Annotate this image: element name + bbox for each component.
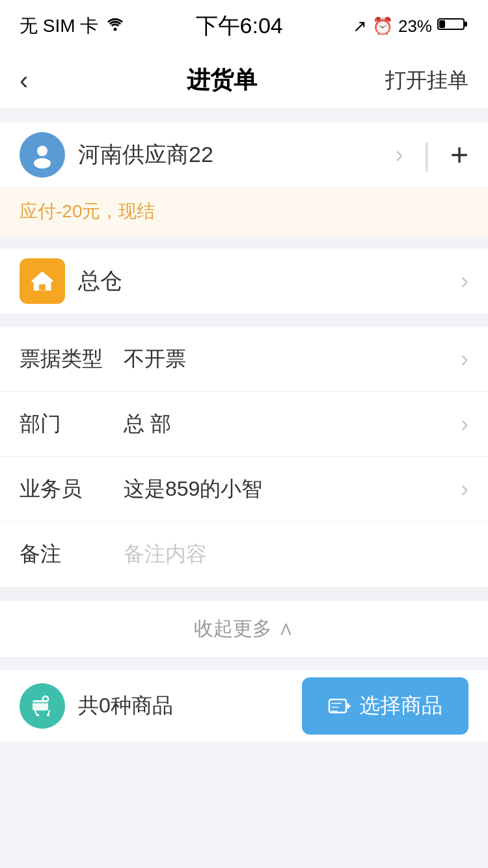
- collapse-label: 收起更多 ∧: [194, 616, 293, 642]
- sim-label: 无 SIM 卡: [20, 14, 98, 38]
- invoice-value: 不开票: [124, 345, 461, 373]
- supplier-chevron-icon: ›: [396, 141, 403, 169]
- dept-row[interactable]: 部门 总 部 ›: [0, 392, 488, 457]
- form-section: 票据类型 不开票 › 部门 总 部 › 业务员 这是859的小智 › 备注 备注…: [0, 327, 488, 587]
- page-title: 进货单: [187, 64, 257, 96]
- status-left: 无 SIM 卡: [20, 14, 126, 38]
- alarm-icon: ⏰: [372, 16, 393, 36]
- invoice-row[interactable]: 票据类型 不开票 ›: [0, 327, 488, 392]
- dept-value: 总 部: [124, 410, 461, 439]
- status-bar: 无 SIM 卡 下午6:04 ↗ ⏰ 23%: [0, 0, 488, 52]
- back-button[interactable]: ‹: [20, 66, 59, 95]
- svg-point-4: [37, 146, 47, 156]
- product-icon: [20, 683, 65, 729]
- select-product-button[interactable]: 选择商品: [302, 677, 468, 735]
- battery-label: 23%: [398, 16, 432, 36]
- location-icon: ↗: [353, 16, 367, 36]
- bottom-bar: 共0种商品 选择商品: [0, 670, 488, 742]
- svg-point-9: [47, 714, 49, 716]
- warehouse-icon: [20, 258, 65, 304]
- nav-bar: ‹ 进货单 打开挂单: [0, 52, 488, 109]
- salesperson-value: 这是859的小智: [124, 475, 461, 504]
- supplier-avatar: [20, 132, 65, 178]
- warehouse-name: 总仓: [78, 266, 461, 296]
- vertical-divider: |: [423, 137, 431, 172]
- dept-chevron-icon: ›: [461, 411, 468, 438]
- warehouse-chevron-icon: ›: [461, 267, 468, 295]
- svg-point-8: [36, 714, 39, 716]
- warehouse-section[interactable]: 总仓 ›: [0, 249, 488, 314]
- salesperson-chevron-icon: ›: [461, 476, 468, 503]
- status-time: 下午6:04: [196, 11, 283, 41]
- dept-label: 部门: [20, 410, 124, 439]
- supplier-section: 河南供应商22 › | +: [0, 122, 488, 187]
- salesperson-label: 业务员: [20, 475, 124, 504]
- svg-rect-10: [329, 699, 346, 712]
- collapse-row[interactable]: 收起更多 ∧: [0, 600, 488, 657]
- salesperson-row[interactable]: 业务员 这是859的小智 ›: [0, 457, 488, 522]
- battery-icon: [437, 16, 468, 36]
- remark-row[interactable]: 备注 备注内容: [0, 522, 488, 587]
- remark-input[interactable]: 备注内容: [124, 540, 468, 569]
- svg-rect-6: [39, 284, 46, 290]
- supplier-name: 河南供应商22: [78, 140, 396, 170]
- supplier-actions[interactable]: › | +: [396, 137, 469, 172]
- invoice-label: 票据类型: [20, 345, 124, 373]
- invoice-chevron-icon: ›: [461, 346, 468, 373]
- svg-rect-2: [465, 21, 467, 27]
- product-count: 共0种商品: [78, 692, 289, 720]
- svg-rect-7: [33, 700, 48, 711]
- add-supplier-button[interactable]: +: [450, 139, 468, 170]
- top-divider: [0, 109, 488, 122]
- remark-label: 备注: [20, 540, 124, 569]
- status-right: ↗ ⏰ 23%: [353, 16, 468, 36]
- open-pending-button[interactable]: 打开挂单: [385, 66, 468, 95]
- notice-text: 应付-20元，现结: [20, 201, 155, 221]
- svg-point-5: [34, 158, 51, 169]
- svg-point-0: [114, 28, 117, 31]
- select-product-label: 选择商品: [359, 692, 442, 720]
- svg-rect-3: [439, 20, 445, 28]
- wifi-icon: [105, 16, 126, 36]
- mid-divider-1: [0, 236, 488, 249]
- notice-bar: 应付-20元，现结: [0, 187, 488, 236]
